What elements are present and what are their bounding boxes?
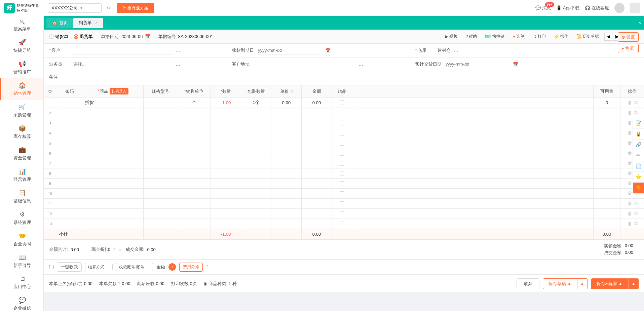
spec-cell-5[interactable] [144, 138, 177, 148]
delivery-date-input[interactable] [444, 60, 511, 68]
delete-icon-6[interactable]: 🗑 [628, 150, 632, 156]
save-new-arrow-button[interactable]: ▲ [628, 278, 639, 289]
gift-cell-9[interactable] [332, 179, 352, 189]
barcode-input-10[interactable] [58, 191, 81, 196]
settings-button[interactable]: ⊕ 设置 [618, 32, 639, 42]
spec-cell-1[interactable] [144, 98, 177, 108]
trial-button[interactable]: 体验行业方案 [117, 3, 154, 13]
copy-icon-12[interactable]: ⧉ [634, 211, 638, 216]
spec-cell-10[interactable] [144, 189, 177, 199]
user-menu[interactable] [630, 3, 640, 13]
save-draft-arrow-button[interactable]: ▲ [577, 278, 588, 289]
sidebar-item-sales[interactable]: 🏠 销售管理 [0, 78, 43, 100]
gift-checkbox-11[interactable] [340, 201, 344, 206]
gift-checkbox-6[interactable] [340, 151, 344, 156]
gift-checkbox-9[interactable] [340, 181, 344, 186]
discard-button[interactable]: 放弃 [517, 278, 539, 289]
float-item-5[interactable]: 📄 [633, 161, 644, 172]
save-draft-button[interactable]: 保存草稿 ▲ [543, 278, 577, 289]
float-item-2[interactable]: 🔒 [633, 129, 644, 140]
total-owed-icon[interactable]: ? [118, 281, 120, 286]
delete-icon-8[interactable]: 🗑 [628, 170, 632, 176]
sidebar-item-purchase[interactable]: 🛒 采购管理 [0, 100, 43, 121]
scan-button[interactable]: 扫码录入 [110, 88, 128, 94]
gift-cell-6[interactable] [332, 148, 352, 158]
app-download-button[interactable]: 📱 App下载 [556, 5, 579, 11]
gift-cell-3[interactable] [332, 118, 352, 128]
video-button[interactable]: ▶视频 [442, 32, 460, 41]
delete-icon-2[interactable]: 🗑 [628, 110, 632, 115]
gift-cell-8[interactable] [332, 168, 352, 179]
sidebar-item-app-center[interactable]: 🖥 应用中心 [0, 272, 43, 293]
barcode-cell-7[interactable] [56, 158, 83, 168]
account-select[interactable]: 收款账号 账号 [116, 263, 153, 271]
spec-cell-4[interactable] [144, 128, 177, 138]
barcode-input-1[interactable] [58, 101, 81, 105]
payment-method-select[interactable]: 结算方式 [85, 263, 113, 271]
barcode-cell-2[interactable] [56, 108, 83, 118]
barcode-input-6[interactable] [58, 151, 81, 156]
delete-icon-12[interactable]: 🗑 [628, 211, 632, 216]
prev-layout-btn[interactable]: ◀ [604, 33, 612, 41]
tab-home[interactable]: 🏠 首页 [46, 18, 73, 28]
delete-icon-7[interactable]: 🗑 [628, 160, 632, 166]
gift-checkbox-8[interactable] [340, 171, 344, 176]
sidebar-item-enterprise-wechat[interactable]: 💬 企业微信 [0, 293, 43, 311]
barcode-cell-1[interactable] [56, 98, 83, 108]
customer-input[interactable] [71, 46, 172, 54]
delete-icon-9[interactable]: 🗑 [628, 181, 632, 186]
gift-cell-13[interactable] [332, 219, 352, 229]
tab-sales-order[interactable]: 销货单 × [73, 18, 103, 28]
barcode-cell-11[interactable] [56, 199, 83, 209]
barcode-cell-12[interactable] [56, 209, 83, 219]
barcode-input-8[interactable] [58, 171, 81, 176]
salesman-input[interactable] [71, 60, 172, 68]
addr-ellipsis[interactable]: ... [357, 61, 364, 67]
barcode-input-9[interactable] [58, 181, 81, 186]
discount-help-icon[interactable]: ? [113, 247, 115, 252]
sidebar-item-quick-nav[interactable]: 🚀 快捷导航 [0, 35, 43, 57]
radio-return-order[interactable]: 退货单 [74, 34, 93, 40]
barcode-cell-9[interactable] [56, 179, 83, 189]
sidebar-search[interactable]: 🔍 搜索菜单 [0, 16, 43, 35]
copy-icon-1[interactable]: ⧉ [634, 100, 638, 105]
spec-cell-6[interactable] [144, 148, 177, 158]
save-new-button[interactable]: 保存&新增 ▲ [591, 278, 629, 289]
spec-cell-8[interactable] [144, 168, 177, 179]
delete-icon-11[interactable]: 🗑 [628, 201, 632, 206]
spec-cell-9[interactable] [144, 179, 177, 189]
history-button[interactable]: 📜历史单据 [574, 32, 602, 41]
float-item-7[interactable]: 🔶 [633, 183, 644, 193]
delete-icon-3[interactable]: 🗑 [628, 120, 632, 125]
gift-checkbox-2[interactable] [340, 111, 344, 115]
gift-cell-10[interactable] [332, 189, 352, 199]
copy-icon-2[interactable]: ⧉ [634, 110, 638, 115]
gift-cell-11[interactable] [332, 199, 352, 209]
operation-button[interactable]: ⚡操作 [551, 32, 571, 41]
sidebar-item-finance[interactable]: 💼 资金管理 [0, 143, 43, 164]
float-item-3[interactable]: 🔗 [633, 140, 644, 150]
spec-cell-11[interactable] [144, 199, 177, 209]
warehouse-ellipsis[interactable]: ... [453, 47, 460, 53]
shortcuts-button[interactable]: ⌨快捷键 [482, 32, 507, 41]
gift-checkbox-10[interactable] [340, 191, 344, 196]
delete-icon-5[interactable]: 🗑 [628, 140, 632, 146]
logistics-button[interactable]: + 物流 [618, 44, 639, 53]
online-support-button[interactable]: 🎧 在线客服 [585, 5, 609, 11]
barcode-input-11[interactable] [58, 201, 81, 206]
expense-split-button[interactable]: 费用分摊 [179, 263, 203, 272]
select-button[interactable]: ≡选单 [510, 32, 527, 41]
barcode-input-12[interactable] [58, 211, 81, 216]
one-click-payment-button[interactable]: 一键收款 [57, 262, 82, 272]
calendar-icon[interactable]: 📅 [145, 34, 150, 39]
barcode-input-5[interactable] [58, 141, 81, 146]
delete-icon-10[interactable]: 🗑 [628, 191, 632, 196]
copy-icon-11[interactable]: ⧉ [634, 201, 638, 206]
barcode-input-4[interactable] [58, 131, 81, 135]
print-button[interactable]: 🖨打印 [530, 32, 548, 41]
spec-cell-3[interactable] [144, 118, 177, 128]
delivery-calendar-icon[interactable]: 📅 [513, 62, 518, 67]
help-button[interactable]: ?帮助 [463, 32, 480, 41]
gift-cell-5[interactable] [332, 138, 352, 148]
gift-cell-7[interactable] [332, 158, 352, 168]
